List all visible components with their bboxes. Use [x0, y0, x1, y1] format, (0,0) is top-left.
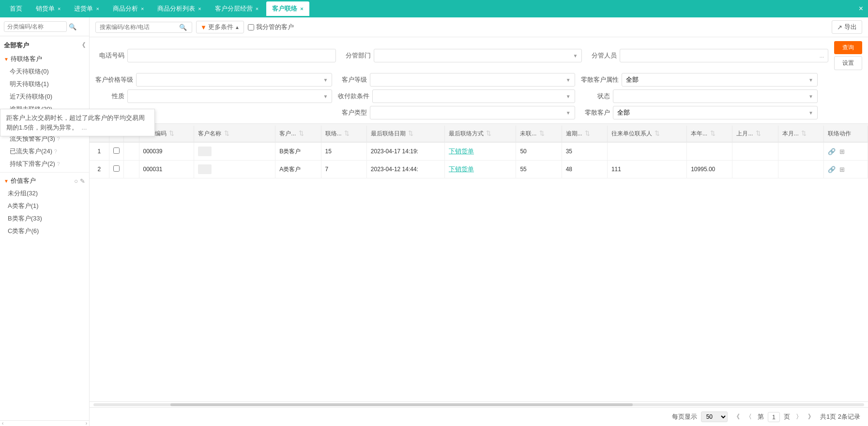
- table-row: 2 000031 A类客户 7 2023-04-12 14:44: 下销货单 5…: [90, 161, 868, 178]
- sidebar-scroll-left[interactable]: ‹: [2, 421, 3, 426]
- dept-select[interactable]: ▼: [374, 49, 582, 62]
- nav-sales-order[interactable]: 销货单 ×: [30, 1, 66, 16]
- page-prev-icon[interactable]: 〈: [744, 411, 754, 422]
- value-customers-edit-icon[interactable]: ✎: [80, 177, 85, 185]
- row2-name[interactable]: [194, 161, 275, 178]
- content-area: 🔍 ▼ 更多条件 ▲ 我分管的客户 ↗ 导出 电话号码: [90, 17, 868, 426]
- page-last-icon[interactable]: 》: [806, 411, 816, 422]
- col-last-way-header[interactable]: 最后联络方式 ⇅: [444, 126, 516, 142]
- sidebar-item-unclassified[interactable]: 未分组(32): [0, 187, 89, 200]
- nav-customer-contact[interactable]: 客户联络 ×: [266, 1, 309, 16]
- row2-grid-icon[interactable]: ⊞: [839, 166, 845, 173]
- my-customers-checkbox[interactable]: [248, 24, 254, 30]
- current-page-input[interactable]: 1: [768, 412, 780, 422]
- more-conditions-button[interactable]: ▼ 更多条件 ▲: [196, 21, 244, 33]
- page-first-icon[interactable]: 《: [731, 411, 742, 422]
- nav-product-analysis[interactable]: 商品分析 ×: [107, 1, 150, 16]
- nav-customer-tier[interactable]: 客户分层经营 ×: [209, 1, 264, 16]
- sidebar-search-icon[interactable]: 🔍: [69, 23, 76, 30]
- uncontact-sort-icon: ⇅: [539, 130, 545, 137]
- pending-contact-title[interactable]: ▼ 待联络客户: [0, 53, 89, 65]
- page-next-icon[interactable]: 〉: [794, 411, 804, 422]
- filter-search-input[interactable]: [100, 24, 177, 30]
- my-customers-toggle[interactable]: 我分管的客户: [248, 23, 294, 31]
- row2-link-icon[interactable]: 🔗: [828, 166, 836, 173]
- row1-last-way[interactable]: 下销货单: [444, 142, 516, 161]
- nav-purchase-order[interactable]: 进货单 ×: [68, 1, 105, 16]
- row1-code: 000039: [139, 142, 194, 161]
- col-overdue-header[interactable]: 逾期... ⇅: [562, 126, 607, 142]
- settings-button[interactable]: 设置: [834, 56, 862, 70]
- filter-row-1: 电话号码 分管部门 ▼ 分管人员 ...: [95, 41, 862, 70]
- col-unit-contact-header[interactable]: 往来单位联系人 ⇅: [607, 126, 686, 142]
- status-select[interactable]: ▼: [613, 89, 818, 103]
- sidebar-item-churned[interactable]: 已流失客户(24) ?: [0, 145, 89, 158]
- phone-input[interactable]: [127, 49, 336, 62]
- customer-type-select[interactable]: ▼: [370, 106, 575, 119]
- sidebar-item-today[interactable]: 今天待联络(0): [0, 65, 89, 78]
- row1-link-icon[interactable]: 🔗: [828, 148, 836, 155]
- export-button[interactable]: ↗ 导出: [832, 20, 862, 34]
- retail-customer-select[interactable]: 全部 ▼: [613, 106, 818, 119]
- scroll-thumb[interactable]: [170, 403, 633, 406]
- col-type-header[interactable]: 客户... ⇅: [275, 126, 321, 142]
- last-month-sort-icon: ⇅: [756, 130, 761, 137]
- col-contact-header[interactable]: 联络... ⇅: [321, 126, 366, 142]
- row2-this-year: 10995.00: [687, 161, 732, 178]
- filter-row-2: 客户价格等级 ▼ 客户等级 ▼ 零散客户属性 全部: [95, 73, 862, 87]
- close-customer-contact-icon[interactable]: ×: [300, 6, 303, 12]
- sidebar-scroll-right[interactable]: ›: [86, 421, 87, 426]
- payment-chevron-icon: ▼: [566, 94, 571, 99]
- row1-name[interactable]: [194, 142, 275, 161]
- nature-select[interactable]: ▼: [127, 89, 332, 103]
- close-purchase-order-icon[interactable]: ×: [96, 6, 99, 12]
- dept-chevron-icon: ▼: [573, 53, 578, 59]
- sidebar-item-class-a[interactable]: A类客户(1): [0, 200, 89, 212]
- filter-phone: 电话号码: [95, 49, 336, 62]
- page-size-select[interactable]: 50 100 200: [701, 411, 728, 422]
- col-last-date-header[interactable]: 最后联络日期 ⇅: [366, 126, 444, 142]
- sidebar-item-class-b[interactable]: B类客户(33): [0, 212, 89, 225]
- col-this-year-header[interactable]: 本年... ⇅: [687, 126, 732, 142]
- sidebar-item-class-c[interactable]: C类客户(6): [0, 225, 89, 237]
- sidebar-item-tomorrow[interactable]: 明天待联络(1): [0, 78, 89, 90]
- customer-level-select[interactable]: ▼: [370, 73, 575, 87]
- row2-last-date: 2023-04-12 14:44:: [366, 161, 444, 178]
- filter-payment: 收付款条件 ▼: [338, 89, 575, 103]
- filter-icon: ▼: [200, 24, 207, 31]
- nav-product-analysis-list[interactable]: 商品分析列表 ×: [152, 1, 207, 16]
- price-level-select[interactable]: ▼: [136, 73, 332, 87]
- filter-search-icon[interactable]: 🔍: [179, 24, 187, 31]
- data-table: ⚙ 客户编码 ⇅ 客户名称 ⇅ 客户... ⇅ 联络... ⇅ 最后联络日期 ⇅…: [90, 126, 868, 178]
- sidebar-item-declining[interactable]: 持续下滑客户(2) ?: [0, 158, 89, 170]
- col-this-month-header[interactable]: 本月... ⇅: [778, 126, 823, 142]
- col-name-header[interactable]: 客户名称 ⇅: [194, 126, 275, 142]
- sidebar-search-input[interactable]: [4, 21, 67, 32]
- row2-checkbox[interactable]: [113, 165, 120, 172]
- retail-attr-select[interactable]: 全部 ▼: [622, 73, 818, 87]
- value-customers-circle-icon[interactable]: ○: [74, 177, 78, 185]
- row2-last-way[interactable]: 下销货单: [444, 161, 516, 178]
- query-button[interactable]: 查询: [834, 41, 862, 54]
- row1-checkbox[interactable]: [113, 147, 120, 154]
- all-customers-header[interactable]: 全部客户 《: [0, 38, 89, 53]
- sidebar-item-7days[interactable]: 近7天待联络(0): [0, 90, 89, 103]
- row1-grid-icon[interactable]: ⊞: [839, 148, 845, 155]
- close-customer-tier-icon[interactable]: ×: [256, 6, 259, 12]
- payment-select[interactable]: ▼: [372, 89, 575, 103]
- close-product-analysis-icon[interactable]: ×: [141, 6, 144, 12]
- row2-check[interactable]: [109, 161, 123, 178]
- col-last-month-header[interactable]: 上月... ⇅: [732, 126, 778, 142]
- row1-check[interactable]: [109, 142, 123, 161]
- close-sales-order-icon[interactable]: ×: [58, 6, 61, 12]
- manager-select[interactable]: ...: [620, 49, 828, 62]
- customer-level-chevron-icon: ▼: [566, 77, 571, 83]
- row2-type: A类客户: [275, 161, 321, 178]
- col-uncontact-header[interactable]: 未联... ⇅: [516, 126, 562, 142]
- customer-type-chevron-icon: ▼: [566, 110, 571, 116]
- table-scroll-bar[interactable]: [90, 401, 868, 407]
- value-customers-title[interactable]: ▼ 价值客户 ○ ✎: [0, 175, 89, 187]
- nav-home[interactable]: 首页: [4, 1, 28, 16]
- close-all-tabs-icon[interactable]: ×: [859, 4, 863, 13]
- close-product-analysis-list-icon[interactable]: ×: [198, 6, 201, 12]
